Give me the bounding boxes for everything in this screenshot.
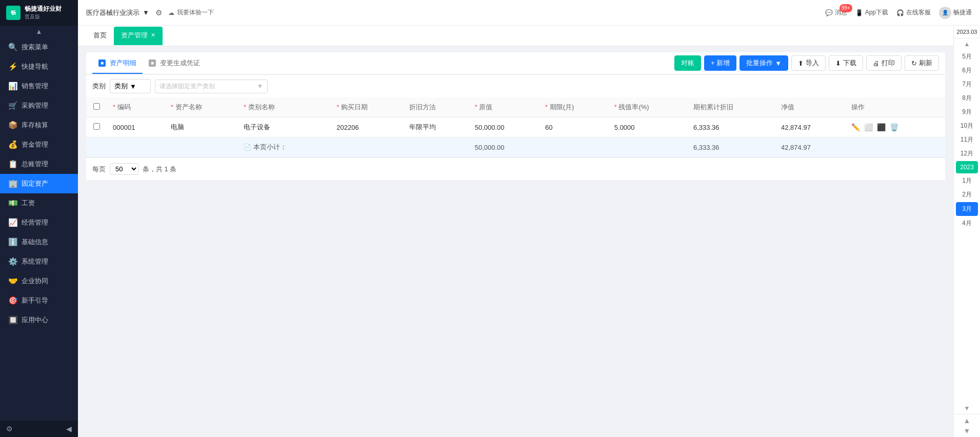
date-month-9[interactable]: 9月: [954, 105, 980, 119]
refresh-button[interactable]: ↻ 刷新: [905, 55, 939, 71]
subtotal-empty-checkbox: [86, 137, 107, 157]
sidebar-item-purchase[interactable]: 🛒 采购管理: [0, 96, 78, 115]
notifications-button[interactable]: 💬 消息 99+: [825, 8, 847, 17]
per-page-select[interactable]: 50 10 20 100: [110, 163, 138, 175]
date-nav-up[interactable]: ▲: [954, 38, 980, 50]
customer-service-button[interactable]: 🎧 在线客服: [896, 8, 931, 17]
footer-collapse-icon[interactable]: ◀: [66, 425, 72, 433]
date-footer-down-icon[interactable]: ▼: [964, 427, 971, 435]
subtotal-icon: 📄: [244, 144, 251, 151]
tab-close-icon[interactable]: ✕: [151, 32, 155, 38]
date-current-year[interactable]: 2023: [956, 161, 978, 173]
topbar-settings-icon[interactable]: ⚙: [155, 8, 162, 17]
sidebar-item-ledger[interactable]: 📋 总账管理: [0, 154, 78, 174]
sidebar-item-enterprise[interactable]: 🤝 企业协同: [0, 271, 78, 291]
download-button[interactable]: ⬇ 下载: [829, 55, 863, 71]
header-residual-rate: * 残值率(%): [608, 97, 687, 117]
edit-icon[interactable]: ✏️: [851, 123, 860, 131]
date-month-5[interactable]: 5月: [954, 50, 980, 64]
sidebar-scroll-up[interactable]: ▲: [0, 26, 78, 37]
panel: ■ 资产明细 ■ 变更生成凭证 对账 + 新增: [86, 52, 945, 180]
date-month-1[interactable]: 1月: [954, 174, 980, 188]
company-dropdown-icon: ▼: [143, 9, 149, 16]
fixed-assets-icon: 🏢: [8, 179, 17, 188]
tab-asset-mgmt[interactable]: 资产管理 ✕: [114, 27, 163, 45]
basic-info-icon: ℹ️: [8, 237, 17, 247]
sidebar-item-guide[interactable]: 🎯 新手引导: [0, 291, 78, 310]
print-button[interactable]: 🖨 打印: [866, 55, 902, 71]
per-page-label: 每页: [92, 165, 106, 174]
date-month-11[interactable]: 11月: [954, 133, 980, 147]
date-month-8[interactable]: 8月: [954, 91, 980, 105]
content-area: 首页 资产管理 ✕ ■ 资产明细: [78, 26, 980, 437]
import-icon: ⬆: [798, 59, 804, 67]
sidebar-item-finance[interactable]: 💰 资金管理: [0, 135, 78, 154]
app-name: 畅捷通好业财: [25, 5, 62, 13]
date-sidebar: 2023.03 ▲ 5月 6月 7月 8月 9月 10月 11月 12月 202…: [953, 26, 980, 437]
date-month-10[interactable]: 10月: [954, 119, 980, 133]
tab-home[interactable]: 首页: [86, 27, 114, 45]
experience-button[interactable]: ☁ 我要体验一下: [168, 8, 214, 17]
sidebar-item-salary[interactable]: 💵 工资: [0, 193, 78, 213]
sidebar-item-basic-info[interactable]: ℹ️ 基础信息: [0, 232, 78, 252]
row-depreciation-method: 年限平均: [403, 117, 468, 137]
header-checkbox-cell: [86, 97, 107, 117]
ops-icon: 📈: [8, 218, 17, 227]
sidebar-footer: ⚙ ◀: [0, 421, 78, 437]
company-name: 医疗器械行业演示: [86, 8, 139, 17]
header-net-value: 净值: [775, 97, 845, 117]
row-checkbox[interactable]: [93, 123, 100, 130]
purchase-icon: 🛒: [8, 101, 17, 110]
sidebar-item-inventory[interactable]: 📦 库存核算: [0, 115, 78, 135]
header-category: * 类别名称: [237, 97, 330, 117]
category-select[interactable]: 类别 ▼: [110, 79, 151, 93]
date-footer-up-icon[interactable]: ▲: [964, 416, 971, 425]
date-month-2[interactable]: 2月: [954, 188, 980, 202]
sub-tab-change-voucher[interactable]: ■ 变更生成凭证: [143, 53, 206, 74]
sidebar-item-search[interactable]: 🔍 搜索菜单: [0, 37, 78, 57]
app-download-button[interactable]: 📱 App下载: [855, 8, 888, 17]
date-month-12[interactable]: 12月: [954, 147, 980, 161]
select-all-checkbox[interactable]: [93, 103, 100, 110]
date-month-6[interactable]: 6月: [954, 64, 980, 77]
category-input[interactable]: 请选择固定资产类别 ▼: [155, 80, 268, 93]
sidebar-item-quick-nav[interactable]: ⚡ 快捷导航: [0, 57, 78, 76]
sidebar-item-label: 系统管理: [22, 257, 48, 266]
date-month-7[interactable]: 7月: [954, 77, 980, 91]
sidebar-item-apps[interactable]: 🔲 应用中心: [0, 310, 78, 330]
more-icon[interactable]: ⬛: [877, 123, 886, 131]
row-residual-rate: 5.0000: [608, 117, 687, 137]
delete-icon[interactable]: 🗑️: [890, 123, 898, 131]
sidebar-item-system[interactable]: ⚙️ 系统管理: [0, 252, 78, 271]
inner-content: ■ 资产明细 ■ 变更生成凭证 对账 + 新增: [78, 46, 953, 437]
footer-settings-icon[interactable]: ⚙: [6, 425, 13, 433]
new-button[interactable]: + 新增: [704, 55, 736, 71]
tab-bar: 首页 资产管理 ✕: [78, 26, 953, 46]
quick-nav-icon: ⚡: [8, 62, 17, 71]
date-month-4[interactable]: 4月: [954, 216, 980, 230]
sidebar-title-group: 畅捷通好业财 普及版: [25, 5, 62, 21]
system-icon: ⚙️: [8, 257, 17, 266]
category-filter-label: 类别: [92, 82, 106, 91]
refresh-label: 刷新: [919, 58, 932, 68]
company-selector[interactable]: 医疗器械行业演示 ▼: [86, 8, 149, 17]
sidebar-item-fixed-assets[interactable]: 🏢 固定资产: [0, 174, 78, 193]
sidebar-item-sales[interactable]: 📊 销售管理: [0, 76, 78, 96]
date-nav-down[interactable]: ▼: [954, 403, 980, 414]
sub-tab-change-voucher-label: 变更生成凭证: [160, 58, 200, 68]
date-items: 5月 6月 7月 8月 9月 10月 11月 12月 2023 1月 2月 3月…: [954, 50, 980, 403]
filter-bar: 类别 类别 ▼ 请选择固定资产类别 ▼: [86, 74, 945, 97]
subtotal-empty-rate: [608, 137, 687, 157]
reconcile-button[interactable]: 对账: [674, 55, 701, 71]
batch-button[interactable]: 批量操作 ▼: [739, 55, 788, 71]
user-menu[interactable]: 👤 畅捷通: [939, 7, 972, 19]
ledger-icon: 📋: [8, 160, 17, 169]
sidebar-item-ops[interactable]: 📈 经营管理: [0, 213, 78, 232]
import-button[interactable]: ⬆ 导入: [791, 55, 826, 71]
copy-icon[interactable]: ⬜: [864, 123, 873, 131]
header-actions: 操作: [845, 97, 945, 117]
customer-service-icon: 🎧: [896, 9, 904, 16]
sub-tab-asset-detail[interactable]: ■ 资产明细: [92, 53, 143, 74]
topbar: 医疗器械行业演示 ▼ ⚙ ☁ 我要体验一下 💬 消息 99+ 📱 App下载 🎧…: [78, 0, 980, 26]
date-month-3[interactable]: 3月: [956, 202, 978, 216]
